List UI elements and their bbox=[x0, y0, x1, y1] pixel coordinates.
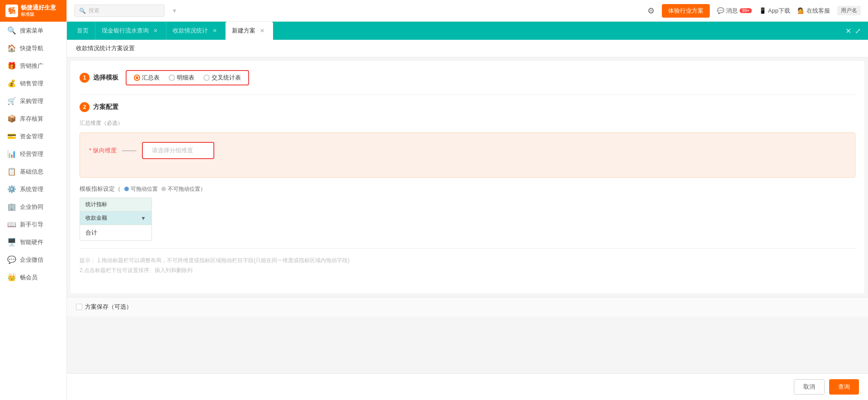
form-container: 1 选择模板 汇总表 明细表 bbox=[71, 61, 864, 293]
radio-crosstab-dot bbox=[203, 75, 210, 81]
tip-2: 2.点击标题栏下拉可设置排序、插入列和删除列 bbox=[80, 266, 855, 276]
tab-home-label: 首页 bbox=[77, 27, 89, 35]
sidebar-item-marketing[interactable]: 🎁 营销推广 bbox=[0, 57, 66, 75]
basic-icon: 📋 bbox=[7, 167, 16, 176]
step1-header: 1 选择模板 bbox=[80, 73, 118, 83]
sidebar-item-operation[interactable]: 📊 经营管理 bbox=[0, 145, 66, 163]
logo-icon: 畅 bbox=[5, 5, 18, 17]
indicator-section: 模板指标设定（ 可拖动位置 不可拖动位置） 统计指标 bbox=[80, 185, 855, 241]
sidebar-item-guide[interactable]: 📖 新手引导 bbox=[0, 216, 66, 233]
cancel-button[interactable]: 取消 bbox=[794, 379, 825, 395]
dropdown-area[interactable]: ▼ bbox=[172, 8, 177, 14]
radio-summary-dot bbox=[134, 75, 140, 81]
sidebar-item-wechat[interactable]: 💬 企业微信 bbox=[0, 251, 66, 268]
save-checkbox-item[interactable]: 方案保存（可选） bbox=[76, 303, 132, 311]
indicator-section-label: 模板指标设定（ bbox=[80, 185, 121, 193]
radio-detail-dot bbox=[169, 75, 175, 81]
sidebar-item-finance[interactable]: 💳 资金管理 bbox=[0, 127, 66, 145]
step1-section: 1 选择模板 汇总表 明细表 bbox=[80, 70, 855, 85]
quick-nav-icon: 🏠 bbox=[7, 44, 16, 52]
tab-bank-flow-label: 现金银行流水查询 bbox=[102, 27, 149, 35]
dimension-selector[interactable]: 请选择分组维度 bbox=[142, 142, 214, 159]
tabs-bar-end: ✕ ⤢ bbox=[842, 22, 864, 40]
step2-title: 方案配置 bbox=[93, 103, 118, 111]
header-actions: ⚙ 体验行业方案 💬 消息 99+ 📱 App下载 💁 在线客服 用户名 bbox=[647, 4, 861, 18]
dimension-section-label: 汇总维度（必选） bbox=[80, 119, 855, 127]
sidebar-item-hardware[interactable]: 🖥️ 智能硬件 bbox=[0, 233, 66, 251]
search-menu-icon: 🔍 bbox=[7, 26, 16, 35]
tab-home[interactable]: 首页 bbox=[71, 22, 95, 40]
radio-detail[interactable]: 明细表 bbox=[169, 74, 194, 82]
step2-badge: 2 bbox=[80, 102, 90, 112]
tab-bank-flow-close-icon[interactable]: ✕ bbox=[151, 27, 160, 35]
sidebar-item-label: 采购管理 bbox=[20, 97, 43, 105]
sidebar-item-basic[interactable]: 📋 基础信息 bbox=[0, 163, 66, 180]
search-placeholder: 搜索 bbox=[89, 7, 99, 14]
tab-bank-flow[interactable]: 现金银行流水查询 ✕ bbox=[95, 22, 166, 40]
radio-crosstab[interactable]: 交叉统计表 bbox=[203, 74, 241, 82]
step1-title: 选择模板 bbox=[93, 74, 118, 82]
step2-section: 2 方案配置 汇总维度（必选） * 纵向维度 —— 请选择分组维度 bbox=[80, 94, 855, 275]
sidebar-item-quick-nav[interactable]: 🏠 快捷导航 bbox=[0, 39, 66, 57]
sidebar-item-member[interactable]: 👑 畅会员 bbox=[0, 268, 66, 286]
maximize-window-icon[interactable]: ⤢ bbox=[855, 27, 861, 35]
dropdown-arrow-icon: ▼ bbox=[172, 8, 177, 14]
tab-new-plan-label: 新建方案 bbox=[232, 27, 255, 35]
step2-header: 2 方案配置 bbox=[80, 102, 855, 112]
column-dropdown-icon: ▼ bbox=[141, 215, 146, 221]
indicator-row-total: 合计 bbox=[80, 225, 151, 240]
dimension-area: * 纵向维度 —— 请选择分组维度 bbox=[80, 132, 855, 178]
indicator-row-label: 合计 bbox=[85, 229, 97, 236]
sidebar-item-label: 搜索菜单 bbox=[20, 27, 43, 35]
sidebar-item-enterprise[interactable]: 🏢 企业协同 bbox=[0, 198, 66, 216]
movable-toggle: 可拖动位置 bbox=[124, 185, 158, 193]
gear-button[interactable]: ⚙ bbox=[647, 6, 655, 16]
system-icon: ⚙️ bbox=[7, 185, 16, 193]
username-display: 用户名 bbox=[837, 6, 861, 15]
close-window-icon[interactable]: ✕ bbox=[845, 27, 851, 35]
sidebar-item-sales[interactable]: 💰 销售管理 bbox=[0, 75, 66, 92]
message-icon: 💬 bbox=[717, 7, 724, 14]
hardware-icon: 🖥️ bbox=[7, 238, 16, 246]
page-content: 收款情况统计方案设置 1 选择模板 汇总表 bbox=[67, 40, 868, 373]
logo-name: 畅捷通好生意 bbox=[21, 4, 56, 11]
trial-button[interactable]: 体验行业方案 bbox=[662, 4, 710, 18]
message-action[interactable]: 💬 消息 99+ bbox=[717, 7, 752, 15]
template-radio-group: 汇总表 明细表 交叉统计表 bbox=[126, 70, 249, 85]
sidebar-item-label: 快捷导航 bbox=[20, 44, 43, 52]
service-icon: 💁 bbox=[797, 7, 805, 14]
app-download-action[interactable]: 📱 App下载 bbox=[759, 7, 790, 15]
sidebar-item-label: 销售管理 bbox=[20, 80, 43, 88]
radio-summary[interactable]: 汇总表 bbox=[134, 74, 160, 82]
search-bar[interactable]: 🔍 搜索 bbox=[74, 5, 165, 17]
sidebar-item-purchase[interactable]: 🛒 采购管理 bbox=[0, 92, 66, 110]
sidebar-item-inventory[interactable]: 📦 库存核算 bbox=[0, 110, 66, 127]
dimension-row: * 纵向维度 —— 请选择分组维度 bbox=[89, 142, 846, 159]
sidebar-item-system[interactable]: ⚙️ 系统管理 bbox=[0, 180, 66, 198]
guide-icon: 📖 bbox=[7, 220, 16, 229]
app-icon: 📱 bbox=[759, 7, 766, 14]
indicator-table-header: 统计指标 bbox=[80, 198, 151, 212]
tab-collection-stat-close-icon[interactable]: ✕ bbox=[211, 27, 219, 35]
sidebar-item-label: 新手引导 bbox=[20, 221, 43, 229]
save-checkbox[interactable] bbox=[76, 304, 82, 310]
sidebar-item-label: 营销推广 bbox=[20, 62, 43, 70]
wechat-icon: 💬 bbox=[7, 255, 16, 264]
customer-service-action[interactable]: 💁 在线客服 bbox=[797, 7, 830, 15]
top-header: 🔍 搜索 ▼ ⚙ 体验行业方案 💬 消息 99+ 📱 App下载 💁 在线客服 … bbox=[67, 0, 868, 22]
tab-collection-stat-label: 收款情况统计 bbox=[173, 27, 208, 35]
sidebar-item-label: 资金管理 bbox=[20, 132, 43, 141]
tab-new-plan-close-icon[interactable]: ✕ bbox=[258, 27, 266, 35]
indicator-column-label: 收款金额 bbox=[85, 214, 107, 222]
indicator-column-header[interactable]: 收款金额 ▼ bbox=[80, 212, 151, 225]
member-icon: 👑 bbox=[7, 273, 16, 282]
radio-summary-label: 汇总表 bbox=[142, 74, 160, 82]
tab-collection-stat[interactable]: 收款情况统计 ✕ bbox=[166, 22, 226, 40]
tab-new-plan[interactable]: 新建方案 ✕ bbox=[226, 22, 273, 40]
query-button[interactable]: 查询 bbox=[829, 379, 859, 395]
sidebar-item-search-menu[interactable]: 🔍 搜索菜单 bbox=[0, 22, 66, 39]
radio-detail-label: 明细表 bbox=[177, 74, 194, 82]
sidebar-item-label: 系统管理 bbox=[20, 185, 43, 193]
step1-badge: 1 bbox=[80, 73, 90, 83]
main-area: 🔍 搜索 ▼ ⚙ 体验行业方案 💬 消息 99+ 📱 App下载 💁 在线客服 … bbox=[67, 0, 868, 400]
